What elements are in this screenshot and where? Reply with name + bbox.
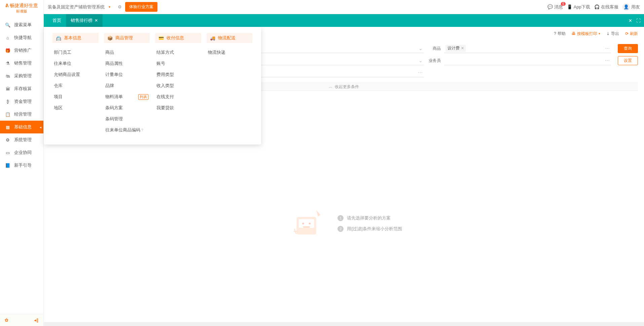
- mega-item[interactable]: 条码方案: [104, 103, 150, 114]
- tabbar: 首页 销售排行榜 ✕ ✕ ⛶: [44, 14, 644, 27]
- sidebar: ᕕ 畅捷通好生意 标准版 🔍搜索菜单⌂快捷导航🎁营销推广⚗销售管理🛍采购管理🏛库…: [0, 0, 44, 326]
- nav-icon: ▦: [5, 124, 11, 130]
- query-button[interactable]: 查询: [618, 44, 638, 53]
- mega-header-icon: 📇: [56, 36, 61, 41]
- settings-button[interactable]: 设置: [618, 56, 638, 65]
- mega-item[interactable]: 品牌: [104, 80, 150, 91]
- product-tag: 设计费✕: [445, 45, 466, 52]
- mega-item[interactable]: 物料清单列表: [104, 91, 150, 103]
- more-icon[interactable]: ⋯: [605, 58, 610, 63]
- sidebar-item-4[interactable]: 🛍采购管理: [0, 70, 43, 82]
- mega-item[interactable]: 商品属性: [104, 58, 150, 69]
- tab-sales-ranking[interactable]: 销售排行榜 ✕: [66, 14, 103, 27]
- mega-header-3: 🚚物流配送: [207, 33, 253, 43]
- system-name: 装备及固定资产辅助管理系统: [48, 4, 105, 10]
- mega-header-0: 📇基本信息: [52, 33, 99, 43]
- mega-item[interactable]: 结算方式: [155, 47, 201, 58]
- nav-icon: ⌂: [5, 35, 11, 41]
- mega-header-icon: 🚚: [210, 36, 215, 41]
- mega-item[interactable]: 账号: [155, 58, 201, 69]
- app-download-button[interactable]: 📱 App下载: [567, 4, 590, 10]
- close-icon[interactable]: ✕: [95, 18, 98, 23]
- mega-item[interactable]: 地区: [52, 103, 99, 114]
- hint-step-2: 2 用[过滤]条件来缩小分析范围: [337, 226, 402, 232]
- more-icon[interactable]: ⋯: [605, 46, 610, 51]
- sidebar-item-5[interactable]: 🏛库存核算: [0, 82, 43, 95]
- sidebar-item-1[interactable]: ⌂快捷导航: [0, 31, 43, 44]
- settings-gear-icon[interactable]: ✿: [5, 318, 8, 323]
- sidebar-item-11[interactable]: 📘新手引导: [0, 159, 43, 172]
- basic-info-mega-menu: 📇基本信息部门员工往来单位允销商品设置仓库项目地区📦商品管理商品商品属性计量单位…: [44, 27, 261, 145]
- mega-header-icon: 📦: [107, 36, 113, 41]
- svg-rect-1: [299, 219, 314, 228]
- template-print-button[interactable]: 🖶按模板打印▾: [572, 31, 600, 37]
- chevron-down-icon: ⌄: [419, 46, 423, 51]
- sidebar-item-6[interactable]: ₿资金管理: [0, 95, 43, 108]
- sales-person-select[interactable]: ⋯: [444, 56, 611, 65]
- mega-item[interactable]: 我要贷款: [155, 103, 201, 114]
- brand-edition: 标准版: [3, 9, 40, 14]
- mega-item[interactable]: 往来单位商品编码?: [104, 125, 150, 136]
- refresh-button[interactable]: ⟳刷新: [625, 31, 638, 37]
- metric-select[interactable]: ⌄: [257, 56, 424, 65]
- mega-item[interactable]: 费用类型: [155, 69, 201, 80]
- svg-point-2: [302, 222, 304, 224]
- list-badge: 列表: [138, 94, 148, 100]
- mega-item[interactable]: 项目: [52, 91, 99, 103]
- chevron-down-icon: ▾: [599, 32, 600, 35]
- sidebar-item-10[interactable]: ▭企业协同: [0, 146, 43, 159]
- remove-tag-icon[interactable]: ✕: [461, 46, 464, 50]
- mega-header-1: 📦商品管理: [104, 33, 150, 43]
- horizontal-scrollbar[interactable]: [44, 322, 644, 326]
- fullscreen-icon[interactable]: ⛶: [636, 18, 641, 23]
- gear-icon[interactable]: ⚙: [118, 4, 122, 9]
- export-icon: ⤓: [606, 31, 610, 36]
- mega-item[interactable]: 商品: [104, 47, 150, 58]
- nav-icon: 📘: [5, 162, 11, 168]
- collapse-up-icon: ︿: [329, 84, 333, 90]
- topbar: 装备及固定资产辅助管理系统 ▾ ⚙ 体验行业方案 💬 消息 6 📱 App下载 …: [44, 0, 644, 14]
- mega-item[interactable]: 部门员工: [52, 47, 99, 58]
- cta-button[interactable]: 体验行业方案: [125, 2, 157, 12]
- sidebar-item-0[interactable]: 🔍搜索菜单: [0, 18, 43, 31]
- help-link[interactable]: ?帮助: [554, 31, 566, 37]
- mega-item[interactable]: 允销商品设置: [52, 69, 99, 80]
- nav-icon: 🔍: [5, 22, 11, 28]
- hint-step-1: 1 请先选择要分析的方案: [337, 215, 402, 221]
- print-icon: 🖶: [572, 31, 576, 36]
- step-number-1: 1: [337, 215, 344, 221]
- arrow-right-icon: ◂: [40, 125, 41, 129]
- nav-icon: 🎁: [5, 47, 11, 53]
- nav-icon: ₿: [5, 98, 11, 105]
- sidebar-item-2[interactable]: 🎁营销推广: [0, 44, 43, 57]
- user-menu[interactable]: 👤 用友: [622, 3, 640, 11]
- mega-item[interactable]: 收入类型: [155, 80, 201, 91]
- support-button[interactable]: 🎧 在线客服: [594, 4, 618, 10]
- export-button[interactable]: ⤓导出: [606, 31, 619, 37]
- tab-home[interactable]: 首页: [48, 14, 66, 27]
- collapse-sidebar-icon[interactable]: ◂‖: [34, 318, 39, 323]
- amount-select[interactable]: ⌄: [257, 44, 424, 53]
- download-icon: 📱: [567, 4, 572, 9]
- extra-select[interactable]: ⋯: [257, 68, 424, 77]
- mega-item[interactable]: 物流快递: [207, 47, 253, 58]
- messages-button[interactable]: 💬 消息 6: [547, 4, 563, 10]
- close-all-icon[interactable]: ✕: [629, 18, 632, 23]
- sidebar-item-7[interactable]: 📋经营管理: [0, 108, 43, 121]
- mega-header-2: 💳收付信息: [155, 33, 201, 43]
- mega-item[interactable]: 往来单位: [52, 58, 99, 69]
- nav-icon: ▭: [5, 150, 11, 156]
- sidebar-item-8[interactable]: ▦基础信息◂: [0, 121, 43, 133]
- sidebar-item-3[interactable]: ⚗销售管理: [0, 57, 43, 70]
- mega-item[interactable]: 条码管理: [104, 114, 150, 125]
- product-select[interactable]: 设计费✕ ⋯: [444, 44, 611, 53]
- system-selector[interactable]: 装备及固定资产辅助管理系统 ▾: [48, 4, 114, 10]
- field-label-product: 商品: [424, 46, 441, 51]
- mega-item[interactable]: 在线支付: [155, 91, 201, 103]
- messages-icon: 💬: [547, 4, 553, 9]
- sidebar-item-9[interactable]: ⚙系统管理: [0, 133, 43, 146]
- mega-item[interactable]: 计量单位: [104, 69, 150, 80]
- more-icon[interactable]: ⋯: [418, 70, 423, 75]
- mega-item[interactable]: 仓库: [52, 80, 99, 91]
- help-icon: ?: [141, 128, 143, 132]
